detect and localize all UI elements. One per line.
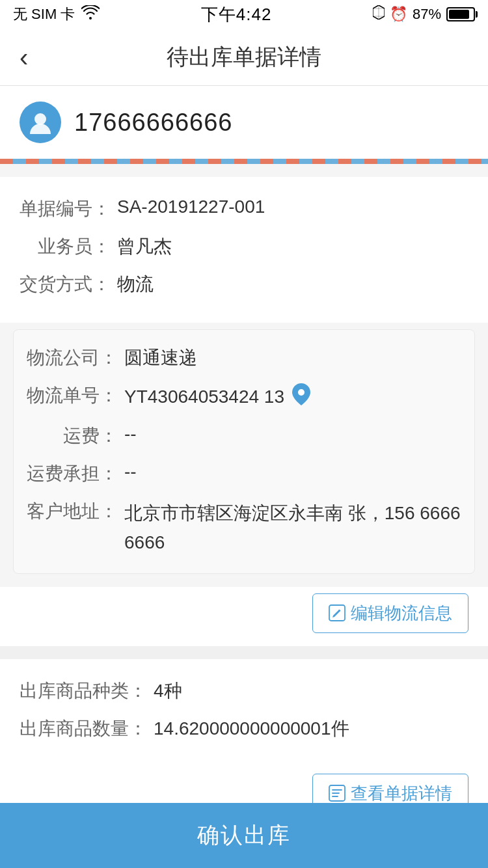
logistics-freight-bear-value: -- <box>124 461 461 482</box>
status-bar: 无 SIM 卡 下午4:42 ⏰ 87% <box>0 0 488 29</box>
logistics-freight-row: 运费： -- <box>27 424 461 448</box>
logistics-company-row: 物流公司： 圆通速递 <box>27 346 461 370</box>
goods-quantity-row: 出库商品数量： 14.620000000000001件 <box>20 716 468 741</box>
logistics-tracking-value: YT43064053424 13 <box>124 383 461 411</box>
document-number-row: 单据编号： SA-20191227-001 <box>20 197 468 221</box>
confirm-btn-text: 确认出库 <box>197 821 291 850</box>
goods-quantity-value: 14.620000000000001件 <box>154 716 468 741</box>
confirm-outbound-button[interactable]: 确认出库 <box>0 803 488 868</box>
document-number-label: 单据编号： <box>20 197 111 221</box>
location-status-icon <box>373 5 385 23</box>
goods-type-label: 出库商品种类： <box>20 679 147 703</box>
logistics-tracking-row: 物流单号： YT43064053424 13 <box>27 383 461 411</box>
customer-header: 17666666666 <box>0 86 488 159</box>
logistics-freight-label: 运费： <box>27 424 118 448</box>
wifi-icon <box>81 5 100 23</box>
logistics-tracking-label: 物流单号： <box>27 383 118 408</box>
delivery-row: 交货方式： 物流 <box>20 272 468 297</box>
status-bar-left: 无 SIM 卡 <box>13 5 100 24</box>
document-info-section: 单据编号： SA-20191227-001 业务员： 曾凡杰 交货方式： 物流 <box>0 177 488 323</box>
logistics-address-value: 北京市市辖区海淀区永丰南 张，156 6666 6666 <box>124 499 461 558</box>
logistics-address-label: 客户地址： <box>27 499 118 524</box>
goods-type-value: 4种 <box>154 679 468 703</box>
nav-bar: ‹ 待出库单据详情 <box>0 29 488 86</box>
edit-logistics-btn-row: 编辑物流信息 <box>0 587 488 646</box>
dashed-divider <box>0 159 488 164</box>
customer-phone: 17666666666 <box>74 109 232 137</box>
logistics-company-value: 圆通速递 <box>124 346 461 370</box>
goods-section: 出库商品种类： 4种 出库商品数量： 14.620000000000001件 <box>0 659 488 767</box>
edit-logistics-button[interactable]: 编辑物流信息 <box>312 593 468 633</box>
battery-icon <box>446 7 475 21</box>
document-number-value: SA-20191227-001 <box>117 197 468 217</box>
goods-type-row: 出库商品种类： 4种 <box>20 679 468 703</box>
salesman-value: 曾凡杰 <box>117 234 468 259</box>
battery-percent: 87% <box>413 6 441 23</box>
logistics-freight-bear-row: 运费承担： -- <box>27 461 461 486</box>
status-bar-right: ⏰ 87% <box>373 5 475 23</box>
delivery-label: 交货方式： <box>20 272 111 297</box>
salesman-label: 业务员： <box>20 234 111 259</box>
logistics-card: 物流公司： 圆通速递 物流单号： YT43064053424 13 运费： --… <box>13 329 475 574</box>
status-bar-time: 下午4:42 <box>201 3 272 26</box>
logistics-freight-bear-label: 运费承担： <box>27 461 118 486</box>
delivery-value: 物流 <box>117 272 468 297</box>
alarm-icon: ⏰ <box>390 6 407 23</box>
salesman-row: 业务员： 曾凡杰 <box>20 234 468 259</box>
goods-quantity-label: 出库商品数量： <box>20 716 147 741</box>
svg-point-0 <box>34 113 46 125</box>
tracking-location-icon[interactable] <box>292 383 310 411</box>
section-divider <box>0 646 488 659</box>
page-title: 待出库单据详情 <box>167 42 321 72</box>
logistics-company-label: 物流公司： <box>27 346 118 370</box>
svg-point-1 <box>298 389 305 396</box>
logistics-address-row: 客户地址： 北京市市辖区海淀区永丰南 张，156 6666 6666 <box>27 499 461 558</box>
avatar <box>20 102 61 143</box>
carrier-label: 无 SIM 卡 <box>13 5 75 24</box>
back-button[interactable]: ‹ <box>20 44 28 70</box>
logistics-freight-value: -- <box>124 424 461 444</box>
